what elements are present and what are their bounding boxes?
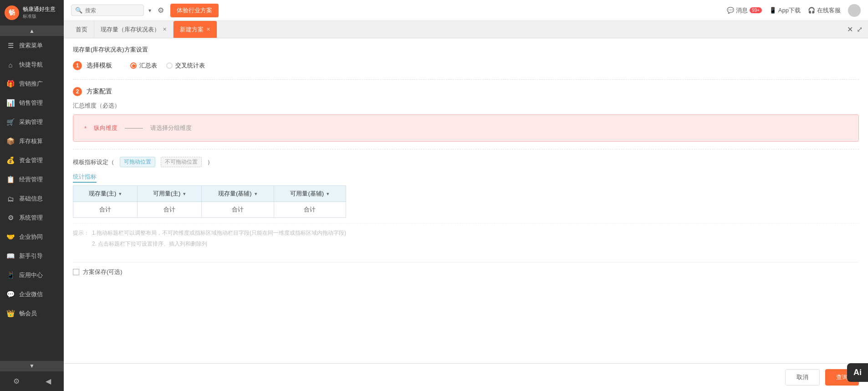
- stats-section: 统计指标 现存量(主) ▾: [73, 173, 859, 218]
- step1-header: 1 选择模板 汇总表 交叉统计表: [73, 61, 859, 70]
- radio-cross-circle: [166, 62, 173, 69]
- search-menu-icon: ☰: [6, 41, 15, 50]
- cell-4-subtotal: 合计: [274, 202, 346, 218]
- indicator-setting: 模板指标设定（ 可拖动位置 不可拖动位置 ）: [73, 157, 859, 167]
- col-header-2[interactable]: 可用量(主) ▾: [138, 186, 202, 202]
- col-header-4[interactable]: 可用量(基辅) ▾: [274, 186, 346, 202]
- tab-home-label: 首页: [76, 26, 87, 34]
- sidebar-item-sys[interactable]: ⚙ 系统管理: [0, 208, 64, 227]
- sidebar-footer: ⚙ ◀: [0, 371, 64, 391]
- tips-item-1: 提示： 1.拖动标题栏可以调整布局，不可跨维度或指标区域拖动栏目字段(只能在同一…: [73, 227, 859, 238]
- sidebar-item-quick-nav[interactable]: ⌂ 快捷导航: [0, 55, 64, 74]
- brand-logo: 畅: [5, 5, 19, 20]
- panel-buttons: ✕ ⤢: [847, 25, 863, 34]
- app-download-button[interactable]: 📱 App下载: [769, 6, 801, 15]
- sidebar-item-ops[interactable]: 📋 经营管理: [0, 170, 64, 189]
- tab-inventory-close[interactable]: ✕: [163, 26, 167, 32]
- section-divider-1: [73, 79, 859, 80]
- save-checkbox[interactable]: [73, 269, 79, 275]
- sidebar-item-inventory[interactable]: 📦 库存核算: [0, 132, 64, 151]
- topbar: 🔍 ▾ ⚙ 体验行业方案 💬 消息 99+ 📱 App下载 🎧 在线客服: [64, 0, 868, 21]
- tab-home[interactable]: 首页: [69, 21, 94, 38]
- radio-summary[interactable]: 汇总表: [130, 62, 157, 70]
- online-service-button[interactable]: 🎧 在线客服: [808, 6, 841, 15]
- col-header-1[interactable]: 现存量(主) ▾: [73, 186, 138, 202]
- enterprise-wx-icon: 💬: [6, 290, 15, 298]
- online-service-icon: 🎧: [808, 7, 815, 14]
- sidebar-item-purchase[interactable]: 🛒 采购管理: [0, 113, 64, 132]
- sidebar-nav: ☰ 搜索菜单 ⌂ 快捷导航 🎁 营销推广 📊 销售管理 🛒 采购管理 📦 库存核…: [0, 36, 64, 361]
- col1-dropdown-icon[interactable]: ▾: [119, 191, 122, 197]
- non-draggable-badge: 不可拖动位置: [161, 157, 202, 167]
- tab-inventory-status[interactable]: 现存量（库存状况表） ✕: [94, 21, 174, 38]
- search-icon: 🔍: [75, 7, 82, 14]
- radio-cross[interactable]: 交叉统计表: [166, 62, 205, 70]
- tab-new-scheme-close[interactable]: ✕: [206, 26, 210, 32]
- sidebar-item-label: 系统管理: [19, 214, 43, 222]
- tab-new-scheme[interactable]: 新建方案 ✕: [174, 21, 217, 38]
- sidebar-sound-button[interactable]: ◀: [41, 375, 56, 387]
- step2-num: 2: [73, 87, 82, 96]
- step1-title: 选择模板: [87, 62, 112, 70]
- search-input[interactable]: [85, 7, 135, 14]
- search-bar[interactable]: 🔍: [71, 5, 144, 16]
- sidebar-scroll-up[interactable]: ▲: [0, 26, 64, 36]
- message-button[interactable]: 💬 消息 99+: [727, 6, 762, 15]
- col4-label: 可用量(基辅): [290, 190, 324, 198]
- page-title: 现存量(库存状况表)方案设置: [73, 46, 859, 54]
- col3-dropdown-icon[interactable]: ▾: [255, 191, 257, 197]
- sidebar-item-enterprise[interactable]: 🤝 企业协同: [0, 227, 64, 247]
- tabbar: 首页 现存量（库存状况表） ✕ 新建方案 ✕ ✕ ⤢: [64, 21, 868, 38]
- cancel-button[interactable]: 取消: [785, 369, 820, 386]
- tips-area: 提示： 1.拖动标题栏可以调整布局，不可跨维度或指标区域拖动栏目字段(只能在同一…: [73, 223, 859, 253]
- message-icon: 💬: [727, 7, 734, 14]
- online-service-label: 在线客服: [817, 6, 841, 15]
- marketing-icon: 🎁: [6, 80, 15, 88]
- trial-industry-button[interactable]: 体验行业方案: [170, 4, 219, 17]
- sidebar-item-marketing[interactable]: 🎁 营销推广: [0, 74, 64, 93]
- panel-close-button[interactable]: ✕: [847, 25, 853, 34]
- col3-label: 现存量(基辅): [218, 190, 252, 198]
- sidebar-item-label: 搜索菜单: [19, 41, 43, 50]
- sidebar-item-enterprise-wx[interactable]: 💬 企业微信: [0, 285, 64, 304]
- sidebar-scroll-down[interactable]: ▼: [0, 361, 64, 371]
- sidebar-item-label: 快捷导航: [19, 61, 43, 69]
- ops-icon: 📋: [6, 175, 15, 184]
- config-section: 汇总维度（必选） * 纵向维度 请选择分组维度 模板指标设定（ 可拖动位置 不可…: [73, 102, 859, 253]
- search-dropdown-button[interactable]: ▾: [148, 7, 151, 14]
- sidebar-item-label: 企业协同: [19, 233, 43, 241]
- col2-label: 可用量(主): [153, 190, 181, 198]
- step2-header: 2 方案配置: [73, 87, 859, 96]
- ai-bubble[interactable]: Ai: [847, 363, 868, 382]
- sidebar-item-label: 新手引导: [19, 252, 43, 260]
- sidebar-item-finance[interactable]: 💰 资金管理: [0, 151, 64, 170]
- sidebar-item-app-center[interactable]: 📱 应用中心: [0, 266, 64, 285]
- sidebar-settings-button[interactable]: ⚙: [9, 375, 24, 387]
- sys-icon: ⚙: [6, 214, 15, 222]
- sidebar-item-member[interactable]: 👑 畅会员: [0, 304, 64, 323]
- sidebar-item-sales[interactable]: 📊 销售管理: [0, 93, 64, 113]
- topbar-gear-icon[interactable]: ⚙: [158, 6, 164, 15]
- sidebar-item-guide[interactable]: 📖 新手引导: [0, 247, 64, 266]
- stats-section-label: 统计指标: [73, 173, 97, 183]
- guide-icon: 📖: [6, 252, 15, 260]
- col-header-3[interactable]: 现存量(基辅) ▾: [202, 186, 274, 202]
- user-avatar[interactable]: [848, 4, 861, 17]
- col4-dropdown-icon[interactable]: ▾: [327, 191, 329, 197]
- dimension-placeholder[interactable]: 请选择分组维度: [150, 124, 192, 132]
- message-badge: 99+: [750, 7, 762, 13]
- sidebar-item-basic-info[interactable]: 🗂 基础信息: [0, 189, 64, 208]
- sidebar-item-label: 基础信息: [19, 195, 43, 203]
- purchase-icon: 🛒: [6, 118, 15, 126]
- topbar-right: 💬 消息 99+ 📱 App下载 🎧 在线客服: [727, 4, 861, 17]
- tab-inventory-label: 现存量（库存状况表）: [101, 26, 160, 34]
- panel-expand-button[interactable]: ⤢: [857, 25, 863, 34]
- tips-item-2: 提示： 2. 点击标题栏下拉可设置排序、插入列和删除列: [73, 238, 859, 249]
- basic-info-icon: 🗂: [6, 195, 15, 203]
- sidebar-item-search-menu[interactable]: ☰ 搜索菜单: [0, 36, 64, 55]
- template-options: 汇总表 交叉统计表: [130, 62, 205, 70]
- col2-dropdown-icon[interactable]: ▾: [183, 191, 186, 197]
- dimension-separator: [125, 128, 143, 129]
- cell-2-subtotal: 合计: [138, 202, 202, 218]
- step1-num: 1: [73, 61, 82, 70]
